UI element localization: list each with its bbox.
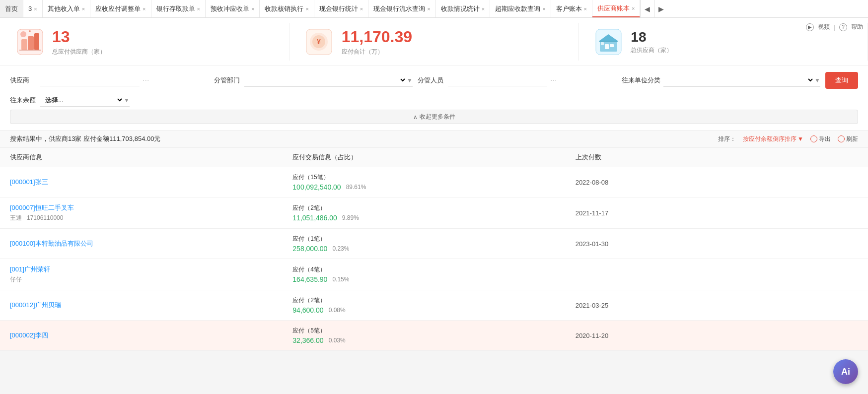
supplier-contact: 王通 17106110000 (10, 214, 292, 222)
nav-payment-exec[interactable]: 收款核销执行 × (260, 0, 314, 17)
nav-customer-ledger[interactable]: 客户账本 × (551, 0, 592, 17)
last-payment-cell: 2022-08-08 (576, 179, 858, 186)
svg-rect-3 (34, 33, 39, 50)
trans-percent: 9.89% (342, 214, 359, 221)
supplier-info-cell: [000007]恒旺二手叉车 王通 17106110000 (10, 203, 292, 222)
table-row: [000100]本特勤油品有限公司 应付（1笔） 258,000.00 0.23… (0, 229, 868, 259)
payable-supplier-label: 总应付供应商（家） (52, 48, 106, 56)
nav-cash-bank-flow[interactable]: 现金银行流水查询 × (368, 0, 435, 17)
nav-advance-offset[interactable]: 预收冲应收单 × (206, 0, 260, 17)
close-icon[interactable]: × (482, 6, 485, 12)
svg-rect-1 (21, 39, 27, 50)
payable-amount-label: 应付合计（万） (342, 48, 412, 56)
person-label: 分管人员 (418, 76, 445, 85)
last-payment-date: 2021-11-17 (576, 209, 609, 217)
refresh-button[interactable]: 刷新 (838, 135, 858, 143)
person-dots[interactable]: ··· (550, 76, 557, 85)
nav-overdue-ar[interactable]: 超期应收款查询 × (490, 0, 551, 17)
supplier-link[interactable]: [000012]广州贝瑞 (10, 301, 61, 309)
nav-home[interactable]: 首页 (0, 0, 23, 17)
nav-next-arrow[interactable]: ▶ (654, 0, 668, 17)
collapse-up-icon: ∧ (413, 114, 418, 121)
balance-select[interactable]: 选择... (40, 94, 124, 106)
nav-payment-stats[interactable]: 收款情况统计 × (436, 0, 490, 17)
category-select[interactable] (663, 74, 815, 86)
trans-label: 应付（2笔） (292, 296, 575, 305)
trans-label: 应付（4笔） (292, 265, 575, 274)
supplier-link[interactable]: [000002]李四 (10, 331, 48, 339)
stat-payable-supplier: ¥ 13 总应付供应商（家） (0, 23, 289, 61)
balance-select-wrapper: 选择... ▼ (40, 94, 130, 107)
close-icon[interactable]: × (251, 6, 254, 12)
close-icon[interactable]: × (34, 6, 37, 12)
svg-rect-15 (610, 44, 614, 47)
trans-percent: 0.03% (329, 337, 346, 344)
person-field: 分管人员 ··· (418, 74, 617, 86)
help-circle-icon: ? (839, 23, 847, 31)
payable-amount-value: 11,170.39 (342, 27, 412, 46)
last-payment-date: 2020-11-20 (576, 332, 609, 339)
trans-amount-link[interactable]: 258,000.00 (292, 245, 327, 253)
nav-cash-bank-stats[interactable]: 现金银行统计 × (314, 0, 368, 17)
trans-amount-link[interactable]: 100,092,540.00 (292, 183, 341, 191)
query-button[interactable]: 查询 (825, 72, 858, 89)
trans-percent: 0.08% (329, 307, 346, 314)
video-circle-icon: ▶ (806, 23, 814, 31)
supplier-link[interactable]: [000007]恒旺二手叉车 (10, 204, 74, 211)
last-payment-date: 2023-01-30 (576, 240, 609, 248)
close-icon[interactable]: × (427, 6, 430, 12)
close-icon[interactable]: × (197, 6, 200, 12)
sort-dropdown-icon: ▼ (797, 135, 803, 142)
table-row: [000007]恒旺二手叉车 王通 17106110000 应付（2笔） 11,… (0, 197, 868, 229)
help-link[interactable]: 帮助 (851, 23, 863, 31)
supplier-link[interactable]: [000100]本特勤油品有限公司 (10, 240, 93, 247)
supplier-dots[interactable]: ··· (143, 76, 149, 85)
category-field: 往来单位分类 ▼ (622, 74, 821, 87)
collapse-button[interactable]: ∧ 收起更多条件 (10, 110, 858, 124)
trans-amount-link[interactable]: 32,366.00 (292, 336, 323, 344)
table-row: [000002]李四 应付（5笔） 32,366.00 0.03% 2020-1… (0, 321, 868, 351)
svg-text:¥: ¥ (317, 38, 321, 46)
category-dropdown-arrow: ▼ (814, 77, 820, 84)
col-supplier-info: 供应商信息 (10, 153, 292, 162)
dept-field: 分管部门 ▼ (214, 74, 413, 87)
dept-dropdown-arrow: ▼ (407, 77, 413, 84)
person-input[interactable] (448, 74, 547, 86)
close-icon[interactable]: × (584, 6, 587, 12)
top-links: ▶ 视频 | ? 帮助 (806, 23, 863, 31)
trans-amount-link[interactable]: 164,635.90 (292, 275, 327, 283)
close-icon[interactable]: × (82, 6, 85, 12)
supplier-input[interactable] (40, 74, 140, 86)
last-payment-cell: 2023-01-30 (576, 240, 858, 248)
trans-amount-link[interactable]: 94,600.00 (292, 306, 323, 314)
close-icon[interactable]: × (360, 6, 363, 12)
trans-amount-link[interactable]: 11,051,486.00 (292, 214, 337, 222)
nav-bank-deposit[interactable]: 银行存取款单 × (151, 0, 206, 17)
sort-select[interactable]: 按应付余额倒序排序 ▼ (743, 135, 803, 143)
nav-prev-arrow[interactable]: ◀ (640, 0, 654, 17)
top-navigation: 首页 3 × 其他收入单 × 应收应付调整单 × 银行存取款单 × 预收冲应收单… (0, 0, 868, 18)
close-icon[interactable]: × (542, 6, 545, 12)
trans-info-cell: 应付（4笔） 164,635.90 0.15% (292, 265, 575, 283)
close-icon[interactable]: × (143, 6, 145, 12)
supplier-info-cell: [001]广州荣轩 仔仔 (10, 265, 292, 284)
export-button[interactable]: 导出 (810, 135, 831, 143)
last-payment-cell: 2021-03-25 (576, 302, 858, 309)
nav-other-income[interactable]: 其他收入单 × (43, 0, 90, 17)
close-icon[interactable]: × (305, 6, 308, 12)
close-icon[interactable]: × (632, 5, 635, 11)
col-trans-info: 应付交易信息（占比） (292, 153, 575, 162)
total-supplier-label: 总供应商（家） (631, 46, 672, 55)
nav-tab-3[interactable]: 3 × (23, 0, 43, 17)
supplier-link[interactable]: [001]广州荣轩 (10, 265, 50, 273)
nav-ar-ap-adjust[interactable]: 应收应付调整单 × (90, 0, 151, 17)
supplier-link[interactable]: [000001]张三 (10, 178, 48, 186)
trans-info-cell: 应付（15笔） 100,092,540.00 89.61% (292, 173, 575, 191)
video-link[interactable]: 视频 (818, 23, 830, 31)
nav-supplier-ledger[interactable]: 供应商账本 × (592, 0, 640, 17)
total-supplier-count: 18 (631, 29, 672, 46)
table-header: 供应商信息 应付交易信息（占比） 上次付数 (0, 148, 868, 167)
dept-select[interactable] (244, 74, 407, 86)
payable-supplier-count: 13 (52, 27, 106, 46)
supplier-info-cell: [000100]本特勤油品有限公司 (10, 239, 292, 248)
